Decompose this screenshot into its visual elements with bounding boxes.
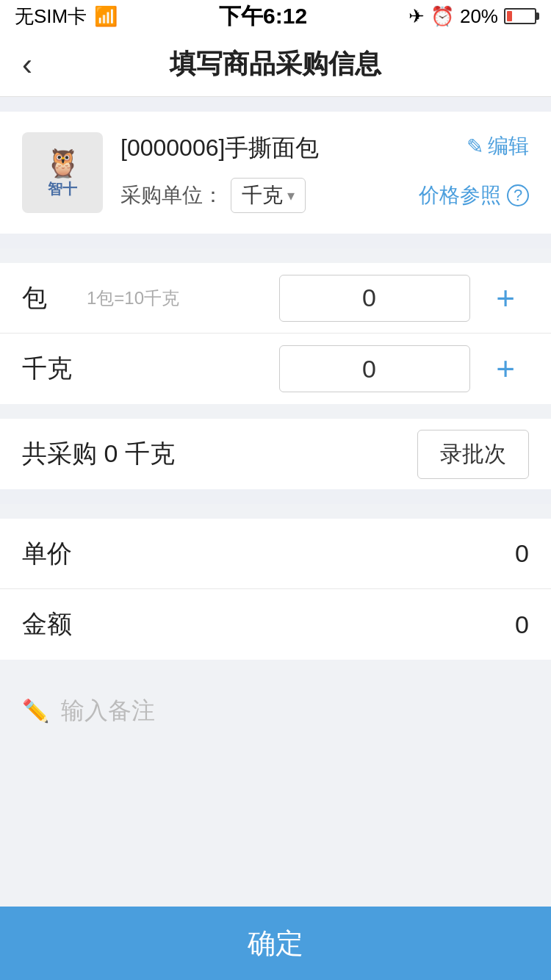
mid-divider2 <box>0 489 551 504</box>
bao-input[interactable] <box>279 275 470 322</box>
unit-label: 采购单位： <box>120 181 223 209</box>
amount-label: 金额 <box>22 608 72 641</box>
amount-value: 0 <box>515 610 529 639</box>
unit-price-row: 单价 0 <box>0 519 551 589</box>
unit-price-value: 0 <box>515 539 529 568</box>
kg-input-wrap: + <box>81 345 529 392</box>
edit-label: 编辑 <box>488 132 529 160</box>
amount-row: 金额 0 <box>0 589 551 660</box>
bao-plus-button[interactable]: + <box>482 275 529 322</box>
alarm-icon: ⏰ <box>431 5 454 28</box>
info-section: 单价 0 金额 0 <box>0 519 551 660</box>
logo-text: 智十 <box>48 179 77 199</box>
status-right: ✈ ⏰ 20% <box>408 5 536 28</box>
wifi-icon: 📶 <box>94 5 118 28</box>
product-card: 🦉 智十 [0000006]手撕面包 ✎ 编辑 采购单位： 千克 ▾ 价格参照 … <box>0 112 551 234</box>
back-button[interactable]: ‹ <box>22 47 32 82</box>
price-ref-label: 价格参照 <box>419 181 501 209</box>
chevron-down-icon: ▾ <box>287 187 295 204</box>
unit-price-label: 单价 <box>22 537 72 571</box>
mid-divider <box>0 234 551 248</box>
question-icon: ? <box>507 184 529 206</box>
notes-section[interactable]: ✏️ 输入备注 <box>0 674 551 924</box>
summary-row: 共采购 0 千克 录批次 <box>0 419 551 489</box>
confirm-label: 确定 <box>248 925 303 962</box>
pencil-icon: ✏️ <box>22 698 49 724</box>
top-divider <box>0 97 551 112</box>
edit-icon: ✎ <box>467 134 483 159</box>
kg-label: 千克 <box>22 352 81 386</box>
record-batch-button[interactable]: 录批次 <box>417 430 529 479</box>
unit-value: 千克 <box>242 181 283 209</box>
confirm-button[interactable]: 确定 <box>0 907 551 980</box>
status-time: 下午6:12 <box>219 1 307 32</box>
page-title: 填写商品采购信息 <box>170 46 381 82</box>
bao-label: 包 <box>22 281 81 315</box>
carrier-text: 无SIM卡 <box>15 4 87 29</box>
unit-select[interactable]: 千克 ▾ <box>231 178 306 213</box>
product-info: [0000006]手撕面包 ✎ 编辑 采购单位： 千克 ▾ 价格参照 ? <box>120 132 529 213</box>
summary-text: 共采购 0 千克 <box>22 437 175 471</box>
input-section: 包 1包=10千克 + 千克 + <box>0 263 551 404</box>
summary-section: 共采购 0 千克 录批次 <box>0 419 551 489</box>
edit-button[interactable]: ✎ 编辑 <box>467 132 529 160</box>
nav-bar: ‹ 填写商品采购信息 <box>0 32 551 97</box>
product-image: 🦉 智十 <box>22 132 103 213</box>
price-ref-button[interactable]: 价格参照 ? <box>419 181 529 209</box>
status-bar: 无SIM卡 📶 下午6:12 ✈ ⏰ 20% <box>0 0 551 32</box>
product-name: [0000006]手撕面包 <box>120 132 319 165</box>
kg-input-row: 千克 + <box>0 334 551 404</box>
bao-sublabel: 1包=10千克 <box>87 287 179 310</box>
kg-input[interactable] <box>279 345 470 392</box>
battery-percent: 20% <box>460 5 498 28</box>
status-left: 无SIM卡 📶 <box>15 4 118 29</box>
product-unit-row: 采购单位： 千克 ▾ 价格参照 ? <box>120 178 529 213</box>
owl-icon: 🦉 <box>46 147 80 179</box>
notes-placeholder: 输入备注 <box>61 695 155 727</box>
bao-input-row: 包 1包=10千克 + <box>0 263 551 334</box>
product-header: [0000006]手撕面包 ✎ 编辑 <box>120 132 529 165</box>
bao-input-wrap: + <box>179 275 529 322</box>
kg-plus-button[interactable]: + <box>482 345 529 392</box>
location-icon: ✈ <box>408 5 425 28</box>
battery-icon <box>504 8 536 24</box>
